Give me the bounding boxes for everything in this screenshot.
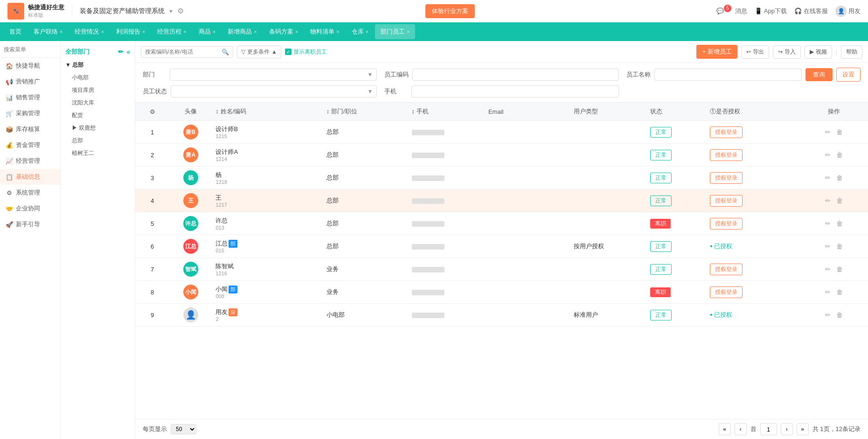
- sidebar-item-guide[interactable]: 🚀 新手引导: [0, 216, 60, 232]
- delete-button[interactable]: 🗑: [834, 150, 845, 160]
- sidebar-item-sales[interactable]: 📊 销售管理: [0, 90, 60, 105]
- more-filter-btn[interactable]: ▽ 更多条件 ▲: [237, 46, 281, 58]
- status-filter-select[interactable]: ▼: [171, 85, 377, 98]
- sidebar-item-finance[interactable]: 💰 资金管理: [0, 137, 60, 153]
- tab-goods[interactable]: 商品×: [193, 24, 221, 39]
- edit-button[interactable]: ✏: [823, 219, 833, 228]
- auth-button[interactable]: 授权登录: [710, 195, 743, 207]
- delete-button[interactable]: 🗑: [834, 287, 845, 297]
- delete-button[interactable]: 🗑: [834, 196, 845, 205]
- edit-button[interactable]: ✏: [823, 173, 833, 182]
- import-button[interactable]: ↪ 导入: [773, 45, 801, 59]
- close-icon[interactable]: ×: [254, 29, 257, 35]
- sidebar-search-input[interactable]: [4, 46, 61, 53]
- close-icon[interactable]: ×: [101, 29, 104, 35]
- close-icon[interactable]: ×: [60, 29, 62, 35]
- last-page-btn[interactable]: »: [797, 423, 809, 435]
- dept-item-zhishu[interactable]: 植树王二: [61, 147, 135, 160]
- sidebar-item-management[interactable]: 📈 经营管理: [0, 153, 60, 169]
- tab-home[interactable]: 首页: [4, 24, 27, 39]
- delete-button[interactable]: 🗑: [834, 265, 845, 274]
- sidebar-item-system[interactable]: ⚙ 系统管理: [0, 185, 60, 201]
- show-resigned-toggle[interactable]: ✓ 显示离职员工: [285, 48, 327, 56]
- tab-bom[interactable]: 物料清单×: [305, 24, 345, 39]
- sidebar-item-inventory[interactable]: 📦 库存核算: [0, 121, 60, 137]
- user-item[interactable]: 👤 用友: [835, 6, 861, 17]
- tab-operation[interactable]: 经营情况×: [69, 24, 109, 39]
- message-item[interactable]: 💬 5 消息: [716, 7, 747, 15]
- delete-button[interactable]: 🗑: [834, 310, 845, 320]
- phone-filter-input[interactable]: [411, 85, 618, 98]
- dept-item-shenyang[interactable]: 沈阳大库: [61, 97, 135, 109]
- next-page-btn[interactable]: ›: [781, 423, 793, 435]
- trial-button[interactable]: 体验行业方案: [425, 4, 475, 18]
- query-button[interactable]: 查询: [806, 68, 833, 81]
- sidebar-item-home[interactable]: 🏠 快捷导航: [0, 58, 60, 74]
- close-icon[interactable]: ×: [183, 29, 186, 35]
- edit-button[interactable]: ✏: [823, 265, 833, 274]
- delete-button[interactable]: 🗑: [834, 173, 845, 182]
- tab-barcode[interactable]: 条码方案×: [264, 24, 304, 39]
- tab-new-goods[interactable]: 新增商品×: [222, 24, 262, 39]
- close-icon[interactable]: ×: [295, 29, 298, 35]
- close-icon[interactable]: ×: [366, 29, 368, 35]
- delete-button[interactable]: 🗑: [834, 242, 845, 251]
- col-phone[interactable]: ↕ 手机: [408, 103, 485, 121]
- close-icon[interactable]: ×: [213, 29, 215, 35]
- col-name[interactable]: ↕ 姓名/编码: [212, 103, 322, 121]
- view-button[interactable]: ▶ 视频: [805, 45, 832, 59]
- tab-customer[interactable]: 客户联络×: [28, 24, 68, 39]
- sidebar-item-purchase[interactable]: 🛒 采购管理: [0, 105, 60, 121]
- tab-profit[interactable]: 利润报告×: [111, 24, 151, 39]
- search-icon[interactable]: 🔍: [222, 49, 229, 56]
- online-service-item[interactable]: 🎧 在线客服: [794, 7, 828, 15]
- auth-button[interactable]: 授权登录: [710, 126, 743, 138]
- dept-filter-select[interactable]: ▼: [170, 69, 377, 81]
- edit-button[interactable]: ✏: [823, 287, 833, 297]
- auth-button[interactable]: 授权登录: [710, 264, 743, 275]
- auth-button[interactable]: 授权登录: [710, 149, 743, 161]
- auth-button[interactable]: 授权登录: [710, 218, 743, 230]
- edit-button[interactable]: ✏: [823, 310, 833, 320]
- add-employee-button[interactable]: + 新增员工: [696, 45, 737, 59]
- dept-item-zongbu-parent[interactable]: ▼ 总部: [61, 59, 135, 71]
- prev-page-btn[interactable]: ‹: [735, 423, 747, 435]
- page-input[interactable]: [760, 423, 777, 435]
- tab-history[interactable]: 经营历程×: [152, 24, 192, 39]
- dept-item-peihuo[interactable]: 配货: [61, 109, 135, 122]
- col-dept[interactable]: ↕ 部门/职位: [323, 103, 408, 121]
- delete-button[interactable]: 🗑: [834, 219, 845, 228]
- help-button[interactable]: 帮助: [841, 45, 862, 59]
- app-download-item[interactable]: 📱 App下载: [755, 7, 787, 15]
- search-input[interactable]: [145, 49, 220, 55]
- first-page-btn[interactable]: «: [719, 423, 731, 435]
- edit-button[interactable]: ✏: [823, 196, 833, 205]
- dept-collapse-icon[interactable]: «: [126, 48, 130, 56]
- code-filter-input[interactable]: [412, 69, 618, 81]
- sidebar-item-basic-info[interactable]: 📋 基础信息: [0, 169, 60, 185]
- tab-warehouse[interactable]: 仓库×: [346, 24, 374, 39]
- tab-employees[interactable]: 部门员工×: [375, 24, 415, 39]
- sidebar-item-marketing[interactable]: 📢 营销推广: [0, 74, 60, 90]
- dept-item-project[interactable]: 项目库房: [61, 84, 135, 97]
- dept-item-xiaodian[interactable]: 小电部: [61, 71, 135, 84]
- close-icon[interactable]: ×: [142, 29, 145, 35]
- auth-button[interactable]: 授权登录: [710, 172, 743, 184]
- close-icon[interactable]: ×: [336, 29, 339, 35]
- arrow-icon[interactable]: ▼: [168, 8, 174, 14]
- name-filter-input[interactable]: [654, 69, 802, 81]
- dept-edit-icon[interactable]: ✏: [118, 48, 124, 56]
- edit-button[interactable]: ✏: [823, 127, 833, 137]
- edit-button[interactable]: ✏: [823, 150, 833, 160]
- delete-button[interactable]: 🗑: [834, 127, 845, 137]
- col-settings[interactable]: ⚙: [135, 103, 169, 121]
- sidebar-item-collab[interactable]: 🤝 企业协同: [0, 201, 60, 216]
- close-icon[interactable]: ×: [407, 29, 410, 35]
- setting-button[interactable]: 设置: [836, 68, 861, 82]
- auth-button[interactable]: 授权登录: [710, 286, 743, 298]
- per-page-select[interactable]: 50 100: [171, 424, 196, 434]
- dept-item-zongbu-child[interactable]: 总部: [61, 134, 135, 147]
- dept-item-shuanglu[interactable]: ▶ 双鹿想: [61, 122, 135, 134]
- export-button[interactable]: ↩ 导出: [741, 45, 769, 59]
- edit-button[interactable]: ✏: [823, 242, 833, 251]
